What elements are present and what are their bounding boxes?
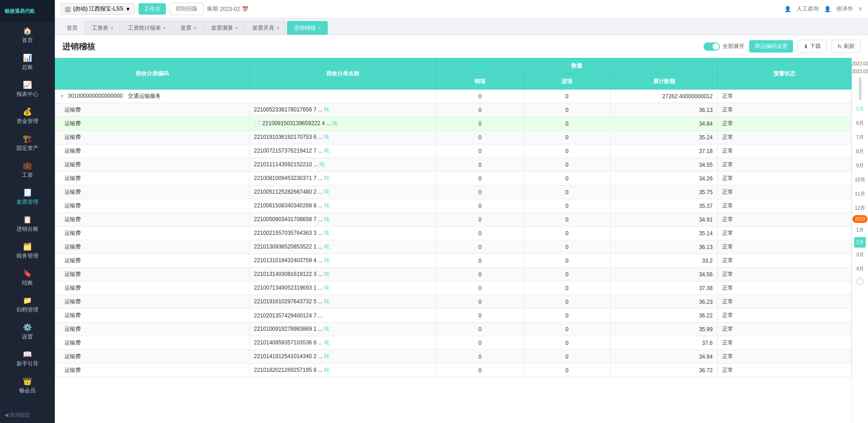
table-row[interactable]: 运输费 2210072157376219412 7 ... 吨 0 0 37.1…: [55, 144, 852, 158]
invoice-no-cell: 2210050903431708658 7 ... 吨: [249, 213, 437, 227]
table-row[interactable]: 运输费 2210061508340340268 8 ... 吨 0 0 35.3…: [55, 199, 852, 213]
table-row[interactable]: 运输费 2210131019432403759 4 ... 吨 0 0 33.2…: [55, 254, 852, 268]
download-button[interactable]: ⬇ 下载: [798, 40, 827, 53]
tab-payroll-label: 工资表: [92, 24, 108, 32]
table-row[interactable]: 运输费 2210182021269257195 8 ... 吨 0 0 36.7…: [55, 364, 852, 377]
month-feb[interactable]: 2月: [854, 237, 866, 248]
sidebar-item-member[interactable]: 👑 畅会员: [0, 372, 55, 399]
month-may[interactable]: 5月: [854, 102, 866, 116]
settings-button[interactable]: 商品编码设置: [749, 40, 793, 53]
month-oct[interactable]: 10月: [853, 173, 867, 187]
sidebar-item-settings[interactable]: ⚙️ 设置: [0, 318, 55, 345]
month-mar[interactable]: 3月: [854, 248, 866, 262]
item-name-cell: 运输费: [55, 117, 250, 131]
current-year[interactable]: 2023: [852, 215, 867, 223]
workspace-button[interactable]: 工作台: [138, 3, 166, 15]
sidebar-item-purchase-sales[interactable]: 📋 进销台账: [0, 211, 55, 238]
cumulative-cell: 34.84: [610, 117, 717, 131]
table-row[interactable]: 运输费 2210052338178017656 7 ... 吨 0 0 36.1…: [55, 103, 852, 117]
table-row[interactable]: 运输费 2210191036192170753 6 ... 吨 0 0 35.2…: [55, 131, 852, 144]
tab-invoice[interactable]: 发票 ×: [174, 21, 203, 35]
table-row[interactable]: 运输费 2210021557035764363 3 ... 吨 0 0 35.1…: [55, 227, 852, 240]
sidebar-item-assets[interactable]: 🏗️ 固定资产: [0, 130, 55, 157]
item-name-cell: 运输费: [55, 295, 250, 309]
cumulative-cell: 36.72: [610, 364, 717, 377]
sidebar-item-invoice[interactable]: 🧾 发票管理: [0, 184, 55, 211]
table-row[interactable]: 运输费 2210071349052319693 1 ... 吨 0 0 37.3…: [55, 281, 852, 295]
scroll-bar[interactable]: [859, 77, 862, 100]
sidebar-item-ledger[interactable]: 📊 总账: [0, 49, 55, 76]
tab-reconciliation[interactable]: 进销稽核 ×: [287, 21, 328, 35]
tab-invoice-close[interactable]: ×: [194, 26, 197, 31]
tab-payroll[interactable]: 工资表 ×: [85, 21, 120, 35]
table-row[interactable]: 运输费 2210191610297643732 5 ... 吨 0 0 36.2…: [55, 295, 852, 309]
tab-home[interactable]: 首页: [60, 21, 84, 35]
sidebar-item-funds[interactable]: 💰 资金管理: [0, 103, 55, 130]
invoice-icon: 🧾: [23, 188, 32, 197]
status-cell: 正常: [718, 199, 852, 213]
toggle-track[interactable]: [703, 42, 720, 51]
sidebar-item-tax[interactable]: 🗂️ 税务管理: [0, 238, 55, 264]
month-sep[interactable]: 9月: [854, 159, 866, 173]
user-name[interactable]: 徐泽华: [836, 5, 853, 13]
table-row[interactable]: 运输费 2210111143592152210 ... 吨 0 0 34.55 …: [55, 158, 852, 172]
company-selector[interactable]: 🏢 (勿动) 江西报宝-LSS ▼: [60, 3, 135, 15]
sidebar-item-label: 归档管理: [16, 306, 38, 314]
topbar-right: 👤 人工咨询 👤 徐泽华 ×: [784, 5, 863, 13]
status-cell: 正常: [718, 254, 852, 268]
status-cell: 正常: [718, 336, 852, 350]
table-row[interactable]: 运输费 2210100919278983869 1 ... 吨 0 0 35.9…: [55, 323, 852, 336]
status-cell: 正常: [718, 90, 852, 103]
support-label[interactable]: 人工咨询: [797, 5, 819, 13]
sidebar-item-settlement[interactable]: 🔖 结账: [0, 264, 55, 291]
dropdown-icon: ▼: [125, 6, 131, 12]
year-2023-02-top[interactable]: 2023.02: [852, 60, 868, 68]
col-tax-code-header: 税收分类编码: [55, 58, 250, 90]
tab-payroll-stats-close[interactable]: ×: [163, 26, 166, 31]
header-actions: 全部展开 商品编码设置 ⬇ 下载 ↻ 刷新: [703, 40, 861, 53]
table-row[interactable]: 运输费 2210141912541014340 2 ... 吨 0 0 34.9…: [55, 350, 852, 364]
month-nov[interactable]: 11月: [853, 187, 867, 201]
table-container[interactable]: 税收分类编码 税收分类名称 数量 预警状态 销项 进项 累计数额 ▼: [55, 58, 852, 423]
sidebar-item-archive[interactable]: 📁 归档管理: [0, 291, 55, 318]
item-name-cell: 运输费: [55, 364, 250, 377]
sidebar-item-reports[interactable]: 📈 报表中心: [0, 76, 55, 103]
purchases-cell: 0: [523, 199, 610, 213]
month-jun[interactable]: 6月: [854, 116, 866, 130]
tab-payroll-close[interactable]: ×: [111, 26, 113, 31]
tab-payroll-stats[interactable]: 工资统计报表 ×: [121, 21, 173, 35]
sidebar-item-payroll[interactable]: 💼 工资: [0, 157, 55, 184]
refresh-button[interactable]: ↻ 刷新: [831, 40, 861, 53]
tab-invoice-open-close[interactable]: ×: [277, 26, 279, 31]
expand-toggle[interactable]: 全部展开: [703, 42, 745, 51]
table-row[interactable]: 运输费 2210050903431708658 7 ... 吨 0 0 34.9…: [55, 213, 852, 227]
item-name-cell: 运输费: [55, 350, 250, 364]
close-icon[interactable]: ×: [858, 5, 863, 13]
switch-button[interactable]: 切到旧版: [170, 3, 203, 15]
table-row[interactable]: 运输费 2210081009453230371 7 ... 吨 0 0 34.2…: [55, 172, 852, 185]
table-row[interactable]: 运输费 📄 2210091503139659222 4 ... 吨 0 0 34…: [55, 117, 852, 131]
sidebar-item-home[interactable]: 🏠 首页: [0, 22, 55, 49]
item-name-cell: 运输费: [55, 131, 250, 144]
tab-invoice-calc[interactable]: 发票测算 ×: [204, 21, 245, 35]
table-row[interactable]: ▼ 301000000000000000 交通运输服务 0 0 27262.40…: [55, 90, 852, 103]
month-aug[interactable]: 8月: [854, 144, 866, 159]
table-row[interactable]: 运输费 2210201357429400124 7 ... 0 0 36.22 …: [55, 309, 852, 323]
table-row[interactable]: 运输费 2210140859357103536 6 ... 吨 0 0 37.6…: [55, 336, 852, 350]
tab-reconciliation-close[interactable]: ×: [318, 26, 321, 31]
month-dec[interactable]: 12月: [853, 201, 867, 215]
year-2023-02-2[interactable]: 2023.02: [852, 68, 868, 75]
sidebar-unpin[interactable]: ◀ 取消固定: [0, 407, 55, 423]
month-apr[interactable]: 4月: [854, 262, 866, 276]
table-row[interactable]: 运输费 2210131403081619122 3 ... 吨 0 0 34.5…: [55, 268, 852, 281]
purchases-cell: 0: [523, 158, 610, 172]
collapse-arrow[interactable]: ▼: [60, 94, 64, 99]
table-row[interactable]: 运输费 2210130936520853522 1 ... 吨 0 0 36.1…: [55, 240, 852, 254]
tab-invoice-open[interactable]: 发票开具 ×: [245, 21, 286, 35]
month-jan[interactable]: 1月: [854, 223, 866, 237]
month-jul[interactable]: 7月: [854, 130, 866, 144]
sidebar-item-guide[interactable]: 📖 新手引导: [0, 345, 55, 372]
table-row[interactable]: 运输费 2210051125282667480 2 ... 吨 0 0 35.7…: [55, 185, 852, 199]
tab-invoice-calc-close[interactable]: ×: [235, 26, 238, 31]
invoice-no-cell: 2210191610297643732 5 ... 吨: [249, 295, 437, 309]
